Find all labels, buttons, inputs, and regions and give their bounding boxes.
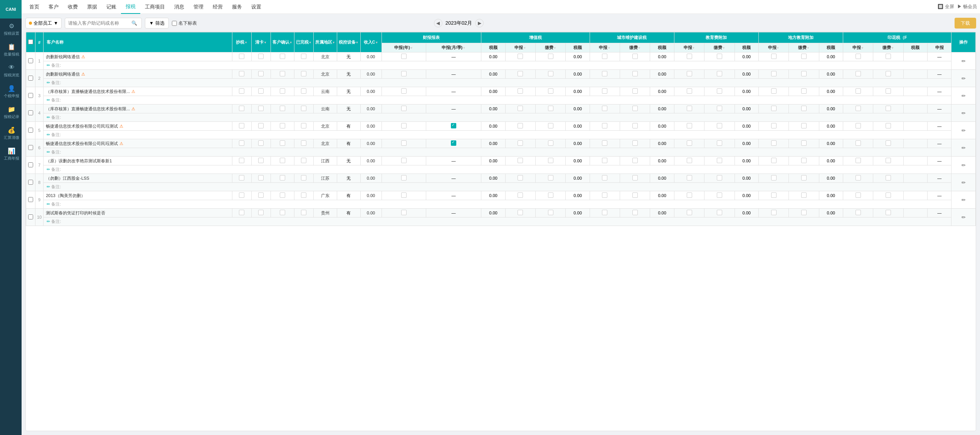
qingka-cell[interactable] xyxy=(251,87,271,96)
vat-jiaof-cell[interactable] xyxy=(536,87,566,96)
local-jiaof-cell[interactable] xyxy=(789,87,819,96)
city-jiaof-cell[interactable] xyxy=(620,209,650,218)
edu-shenb-cell[interactable] xyxy=(674,70,704,79)
sidebar-item-baoshuiliulan[interactable]: 👁 报税浏览 xyxy=(0,60,22,81)
city-jiaof-cell[interactable] xyxy=(620,105,650,113)
operation-cell[interactable]: ✏ xyxy=(951,191,976,209)
edu-jiaof-cell[interactable] xyxy=(704,122,735,131)
note-pencil-icon[interactable]: ✏ xyxy=(47,80,50,85)
stamp-jiaof-cell[interactable] xyxy=(873,52,903,61)
stamp-shenb-cell[interactable] xyxy=(843,157,873,165)
local-shenb-cell[interactable] xyxy=(758,139,788,148)
row-checkbox[interactable] xyxy=(28,76,33,81)
local-shenb-cell[interactable] xyxy=(758,191,788,200)
stamp-jiaof-cell[interactable] xyxy=(873,157,903,165)
stamp-shenb-cell[interactable] xyxy=(843,87,873,96)
local-jiaof-cell[interactable] xyxy=(789,70,819,79)
stamp-shenb-cell[interactable] xyxy=(843,70,873,79)
paid-cell[interactable] xyxy=(294,174,313,183)
qingka-cell[interactable] xyxy=(251,191,271,200)
local-shenb-cell[interactable] xyxy=(758,70,788,79)
edu-shenb-cell[interactable] xyxy=(674,122,704,131)
fin-year-cell[interactable] xyxy=(382,52,426,61)
local-jiaof-cell[interactable] xyxy=(789,139,819,148)
row-checkbox-cell[interactable] xyxy=(26,191,35,209)
city-shenb-cell[interactable] xyxy=(590,70,620,79)
stamp-shenb-cell[interactable] xyxy=(843,52,873,61)
note-pencil-icon[interactable]: ✏ xyxy=(47,184,50,189)
city-shenb-cell[interactable] xyxy=(590,122,620,131)
fin-month-cell[interactable] xyxy=(426,122,481,131)
chaosui-cell[interactable] xyxy=(232,209,251,218)
stamp-shenb-cell[interactable] xyxy=(843,191,873,200)
edu-shenb-cell[interactable] xyxy=(674,52,704,61)
local-jiaof-cell[interactable] xyxy=(789,157,819,165)
city-shenb-cell[interactable] xyxy=(590,139,620,148)
row-checkbox-cell[interactable] xyxy=(26,87,35,105)
stamp-jiaof-cell[interactable] xyxy=(873,70,903,79)
paid-cell[interactable] xyxy=(294,70,313,79)
vat-shenb-cell[interactable] xyxy=(505,191,535,200)
operation-cell[interactable]: ✏ xyxy=(951,209,976,226)
note-pencil-icon[interactable]: ✏ xyxy=(47,63,50,67)
operation-cell[interactable]: ✏ xyxy=(951,174,976,191)
search-icon[interactable]: 🔍 xyxy=(131,20,137,26)
qingka-cell[interactable] xyxy=(251,139,271,148)
row-checkbox[interactable] xyxy=(28,197,33,202)
vat-jiaof-cell[interactable] xyxy=(536,122,566,131)
chaosui-cell[interactable] xyxy=(232,157,251,165)
fin-year-cell[interactable] xyxy=(382,70,426,79)
city-shenb-cell[interactable] xyxy=(590,52,620,61)
vat-jiaof-cell[interactable] xyxy=(536,70,566,79)
stamp-jiaof-cell[interactable] xyxy=(873,191,903,200)
nav-bookkeeping[interactable]: 记账 xyxy=(102,0,121,14)
chaosui-cell[interactable] xyxy=(232,52,251,61)
fin-month-cell[interactable]: — xyxy=(426,209,481,218)
local-shenb-cell[interactable] xyxy=(758,174,788,183)
nav-service[interactable]: 服务 xyxy=(227,0,247,14)
vat-shenb-cell[interactable] xyxy=(505,105,535,113)
local-jiaof-cell[interactable] xyxy=(789,122,819,131)
vat-shenb-cell[interactable] xyxy=(505,122,535,131)
edu-shenb-cell[interactable] xyxy=(674,87,704,96)
select-all-checkbox[interactable] xyxy=(28,39,33,44)
fin-month-cell[interactable] xyxy=(426,139,481,148)
stamp-shenb-cell[interactable] xyxy=(843,139,873,148)
edu-jiaof-cell[interactable] xyxy=(704,174,735,183)
fin-month-cell[interactable]: — xyxy=(426,105,481,113)
edit-icon[interactable]: ✏ xyxy=(962,110,966,116)
sidebar-item-baoshuijilu[interactable]: 📁 报税记录 xyxy=(0,102,22,123)
confirm-cell[interactable] xyxy=(271,70,294,79)
city-shenb-cell[interactable] xyxy=(590,191,620,200)
edu-jiaof-cell[interactable] xyxy=(704,70,735,79)
edit-icon[interactable]: ✏ xyxy=(962,58,966,64)
local-shenb-cell[interactable] xyxy=(758,209,788,218)
chaosui-cell[interactable] xyxy=(232,87,251,96)
edit-icon[interactable]: ✏ xyxy=(962,197,966,203)
city-jiaof-cell[interactable] xyxy=(620,191,650,200)
row-checkbox-cell[interactable] xyxy=(26,139,35,157)
edit-icon[interactable]: ✏ xyxy=(962,145,966,151)
fin-year-cell[interactable] xyxy=(382,122,426,131)
edu-jiaof-cell[interactable] xyxy=(704,209,735,218)
vat-shenb-cell[interactable] xyxy=(505,174,535,183)
note-pencil-icon[interactable]: ✏ xyxy=(47,202,50,206)
nav-operate[interactable]: 经营 xyxy=(208,0,227,14)
employee-select[interactable]: 全部员工 ▼ xyxy=(25,18,62,29)
operation-cell[interactable]: ✏ xyxy=(951,105,976,122)
fin-year-cell[interactable] xyxy=(382,157,426,165)
sidebar-item-baoshuishezhi[interactable]: ⚙ 报税设置 xyxy=(0,19,22,39)
confirm-cell[interactable] xyxy=(271,105,294,113)
city-shenb-cell[interactable] xyxy=(590,87,620,96)
chaosui-cell[interactable] xyxy=(232,105,251,113)
city-jiaof-cell[interactable] xyxy=(620,87,650,96)
edu-jiaof-cell[interactable] xyxy=(704,191,735,200)
nav-home[interactable]: 首页 xyxy=(25,0,44,14)
edu-jiaof-cell[interactable] xyxy=(704,105,735,113)
chaosui-cell[interactable] xyxy=(232,122,251,131)
row-checkbox[interactable] xyxy=(28,93,33,98)
paid-cell[interactable] xyxy=(294,105,313,113)
nav-message[interactable]: 消息 xyxy=(170,0,189,14)
row-checkbox-cell[interactable] xyxy=(26,122,35,139)
note-pencil-icon[interactable]: ✏ xyxy=(47,115,50,120)
